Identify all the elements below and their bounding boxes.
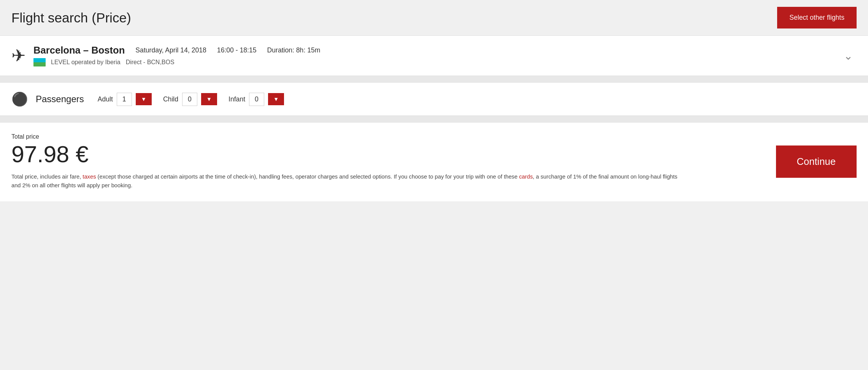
infant-count: 0	[249, 93, 264, 106]
flight-operator: LEVEL operated by Iberia	[51, 59, 121, 66]
flight-route: Barcelona – Boston	[33, 45, 125, 56]
flight-details: Barcelona – Boston Saturday, April 14, 2…	[33, 45, 320, 66]
level-logo	[33, 58, 46, 66]
child-dropdown-arrow-icon: ▼	[206, 96, 212, 102]
adult-passenger-group: Adult 1 ▼	[98, 93, 152, 106]
total-price-value: 97.98 €	[11, 142, 687, 167]
page-title: Flight search (Price)	[11, 10, 131, 25]
plane-icon: ✈	[11, 46, 26, 66]
passengers-label: Passengers	[36, 94, 84, 104]
adult-dropdown-arrow-icon: ▼	[141, 96, 146, 102]
adult-label: Adult	[98, 95, 113, 103]
continue-button[interactable]: Continue	[776, 145, 857, 178]
page-header: Flight search (Price) Select other fligh…	[0, 0, 868, 36]
separator-1	[0, 76, 868, 83]
flight-route-row: Barcelona – Boston Saturday, April 14, 2…	[33, 45, 320, 56]
separator-2	[0, 116, 868, 123]
adult-count: 1	[117, 93, 132, 106]
price-left-content: Total price 97.98 € Total price, include…	[11, 133, 687, 190]
child-count: 0	[182, 93, 197, 106]
price-note: Total price, includes air fare, taxes (e…	[11, 172, 687, 190]
chevron-down-icon[interactable]: ⌄	[844, 49, 853, 62]
price-note-middle: (except those charged at certain airport…	[96, 174, 519, 180]
infant-dropdown-arrow-icon: ▼	[273, 96, 279, 102]
total-price-label: Total price	[11, 133, 687, 140]
cards-link[interactable]: cards	[519, 174, 533, 180]
infant-dropdown-button[interactable]: ▼	[268, 93, 284, 105]
adult-dropdown-button[interactable]: ▼	[136, 93, 152, 105]
child-label: Child	[163, 95, 178, 103]
flight-left-content: ✈ Barcelona – Boston Saturday, April 14,…	[11, 45, 320, 66]
child-dropdown-button[interactable]: ▼	[201, 93, 217, 105]
taxes-link[interactable]: taxes	[83, 174, 96, 180]
flight-operator-row: LEVEL operated by Iberia Direct - BCN,BO…	[33, 58, 320, 66]
person-icon: ⚫	[11, 91, 28, 107]
passengers-section: ⚫ Passengers Adult 1 ▼ Child 0 ▼ Infant …	[0, 83, 868, 116]
infant-passenger-group: Infant 0 ▼	[229, 93, 284, 106]
flight-duration: Duration: 8h: 15m	[267, 46, 321, 54]
infant-label: Infant	[229, 95, 245, 103]
flight-time: 16:00 - 18:15	[217, 46, 257, 54]
price-note-text: Total price, includes air fare,	[11, 174, 83, 180]
child-passenger-group: Child 0 ▼	[163, 93, 217, 106]
flight-date: Saturday, April 14, 2018	[135, 46, 206, 54]
price-section: Total price 97.98 € Total price, include…	[0, 123, 868, 201]
select-other-flights-button[interactable]: Select other flights	[777, 7, 857, 28]
flight-route-code: Direct - BCN,BOS	[126, 59, 175, 66]
flight-info-section: ✈ Barcelona – Boston Saturday, April 14,…	[0, 36, 868, 76]
